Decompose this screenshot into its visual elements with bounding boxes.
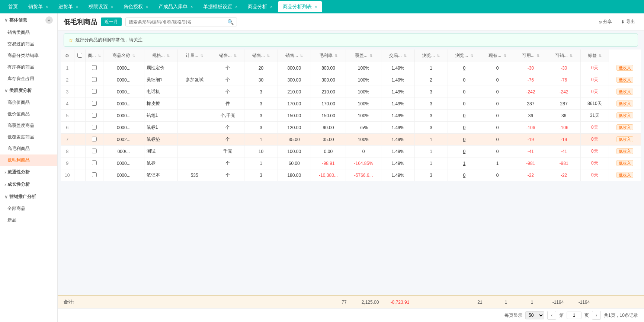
sidebar-item-stock-capital[interactable]: 库存资金占用 xyxy=(0,73,57,85)
sidebar-group-cluster[interactable]: ∨ 类群度分析 xyxy=(0,85,57,97)
nav-sales[interactable]: 销货单 × xyxy=(24,1,52,12)
sidebar-group-marketing[interactable]: ∨ 营销推广分析 xyxy=(0,191,57,203)
col-sale-profit[interactable]: 销售... ⇅ xyxy=(278,50,311,62)
cell-name-0[interactable]: 属性定价 xyxy=(144,62,177,74)
cell-view1-4[interactable]: 0 xyxy=(448,110,481,122)
view1-link-9[interactable]: 0 xyxy=(463,173,466,178)
nav-product-entry[interactable]: 产成品入库单 × xyxy=(154,1,197,12)
nav-home[interactable]: 首页 xyxy=(4,1,22,12)
cell-checkbox-1[interactable] xyxy=(85,74,103,86)
sidebar-item-traded-goods[interactable]: 交易过的商品 xyxy=(0,38,57,50)
sidebar-item-low-value[interactable]: 低价值商品 xyxy=(0,108,57,120)
cell-checkbox-7[interactable] xyxy=(85,146,103,157)
cell-name-5[interactable]: 鼠标1 xyxy=(144,122,177,134)
cell-checkbox-8[interactable] xyxy=(85,157,103,169)
row-checkbox-5[interactable] xyxy=(92,125,97,130)
view1-link-7[interactable]: 0 xyxy=(463,149,466,154)
prev-page-button[interactable]: ‹ xyxy=(547,311,556,320)
cell-tag-6[interactable]: 低收入 xyxy=(609,134,641,146)
nav-purchase[interactable]: 进货单 × xyxy=(54,1,83,12)
cell-name-6[interactable]: 鼠标垫 xyxy=(144,134,177,146)
col-settings[interactable]: ⚙ xyxy=(61,50,74,62)
nav-template[interactable]: 单据模板设置 × xyxy=(199,1,242,12)
cell-tag-2[interactable]: 低收入 xyxy=(609,86,641,98)
page-size-select[interactable]: 50 100 200 xyxy=(525,311,544,319)
date-filter-button[interactable]: 近一月 xyxy=(101,17,122,26)
cell-tag-0[interactable]: 低收入 xyxy=(609,62,641,74)
view1-link-8[interactable]: 1 xyxy=(463,161,466,166)
sidebar-item-all-goods[interactable]: 全部商品 xyxy=(0,203,57,214)
view1-link-2[interactable]: 0 xyxy=(463,89,466,95)
cell-name-1[interactable]: 吴细细1 xyxy=(144,74,177,86)
cell-checkbox-0[interactable] xyxy=(85,62,103,74)
cell-tag-3[interactable]: 低收入 xyxy=(609,98,641,110)
nav-goods-analysis-close[interactable]: × xyxy=(270,4,272,9)
view1-link-5[interactable]: 0 xyxy=(463,125,466,130)
view1-link-0[interactable]: 0 xyxy=(463,66,466,71)
sidebar-group-flow[interactable]: › 流通性分析 xyxy=(0,166,57,178)
nav-permissions[interactable]: 权限设置 × xyxy=(84,1,118,12)
sidebar-item-low-coverage[interactable]: 低覆盖度商品 xyxy=(0,131,57,143)
cell-tag-1[interactable]: 低收入 xyxy=(609,74,641,86)
page-input[interactable] xyxy=(567,312,581,319)
sidebar-item-stocked-goods[interactable]: 有库存的商品 xyxy=(0,61,57,73)
col-available-stock[interactable]: 可用... ⇅ xyxy=(514,50,547,62)
cell-tag-8[interactable]: 低收入 xyxy=(609,157,641,169)
view1-link-4[interactable]: 0 xyxy=(463,113,466,118)
select-all-checkbox[interactable] xyxy=(77,53,82,58)
cell-tag-7[interactable]: 低收入 xyxy=(609,146,641,157)
row-checkbox-7[interactable] xyxy=(92,149,97,153)
cell-checkbox-3[interactable] xyxy=(85,98,103,110)
cell-checkbox-9[interactable] xyxy=(85,169,103,181)
col-view1[interactable]: 浏览... ⇅ xyxy=(414,50,448,62)
cell-name-7[interactable]: 测试 xyxy=(144,146,177,157)
cell-tag-9[interactable]: 低收入 xyxy=(609,169,641,181)
nav-goods-analysis[interactable]: 商品分析 × xyxy=(243,1,277,12)
cell-view1-7[interactable]: 0 xyxy=(448,146,481,157)
col-spec[interactable]: 规格... ⇅ xyxy=(144,50,177,62)
row-checkbox-3[interactable] xyxy=(92,101,97,106)
cell-view1-8[interactable]: 1 xyxy=(448,157,481,169)
cell-name-3[interactable]: 橡皮擦 xyxy=(144,98,177,110)
cell-tag-4[interactable]: 低收入 xyxy=(609,110,641,122)
nav-purchase-close[interactable]: × xyxy=(76,4,78,9)
search-icon[interactable]: 🔍 xyxy=(227,19,234,25)
col-gross-rate[interactable]: 毛利率 ⇅ xyxy=(311,50,346,62)
cell-name-4[interactable]: 铅笔1 xyxy=(144,110,177,122)
cell-view1-2[interactable]: 0 xyxy=(448,86,481,98)
nav-roles[interactable]: 角色授权 × xyxy=(119,1,153,12)
cell-view1-3[interactable]: 0 xyxy=(448,98,481,110)
cell-tag-5[interactable]: 低收入 xyxy=(609,122,641,134)
row-checkbox-4[interactable] xyxy=(92,113,97,118)
nav-goods-analysis-list[interactable]: 商品分析列表 × xyxy=(278,1,321,12)
cell-checkbox-4[interactable] xyxy=(85,110,103,122)
col-view2[interactable]: 浏览... ⇅ xyxy=(448,50,481,62)
col-trade-count[interactable]: 交易... ⇅ xyxy=(381,50,414,62)
sidebar-item-low-margin[interactable]: 低毛利商品 xyxy=(0,154,57,166)
cell-view1-1[interactable]: 0 xyxy=(448,74,481,86)
cell-checkbox-6[interactable] xyxy=(85,134,103,146)
export-button[interactable]: ⬇ 导出 xyxy=(618,17,638,26)
nav-product-entry-close[interactable]: × xyxy=(190,4,193,9)
share-button[interactable]: ⎋ 分享 xyxy=(596,17,615,26)
sidebar-item-high-margin[interactable]: 高毛利商品 xyxy=(0,143,57,154)
row-checkbox-0[interactable] xyxy=(92,65,97,70)
col-tag[interactable]: 标签 ⇅ xyxy=(580,50,609,62)
col-checkbox[interactable] xyxy=(74,50,85,62)
next-page-button[interactable]: › xyxy=(592,311,601,320)
sidebar-group-overview[interactable]: ∨ 整体信息 « xyxy=(0,13,57,27)
col-sale-price[interactable]: 销售... ⇅ xyxy=(244,50,278,62)
table-container[interactable]: ⚙ 商... ⇅ 商品名称 ⇅ 规格... ⇅ 计量... ⇅ 销售... ⇅ … xyxy=(61,50,641,295)
nav-goods-analysis-list-close[interactable]: × xyxy=(315,4,317,9)
row-checkbox-2[interactable] xyxy=(92,89,97,94)
sidebar-item-high-value[interactable]: 高价值商品 xyxy=(0,97,57,108)
sidebar-group-growth[interactable]: › 成长性分析 xyxy=(0,178,57,191)
cell-name-8[interactable]: 鼠标 xyxy=(144,157,177,169)
col-saleable-days[interactable]: 可销... ⇅ xyxy=(547,50,580,62)
cell-name-2[interactable]: 电话机 xyxy=(144,86,177,98)
view1-link-1[interactable]: 0 xyxy=(463,77,466,83)
col-code[interactable]: 商... ⇅ xyxy=(85,50,103,62)
sidebar-item-category-rate[interactable]: 商品分类助销率 xyxy=(0,50,57,61)
nav-roles-close[interactable]: × xyxy=(146,4,148,9)
col-coverage[interactable]: 覆盖... ⇅ xyxy=(346,50,381,62)
